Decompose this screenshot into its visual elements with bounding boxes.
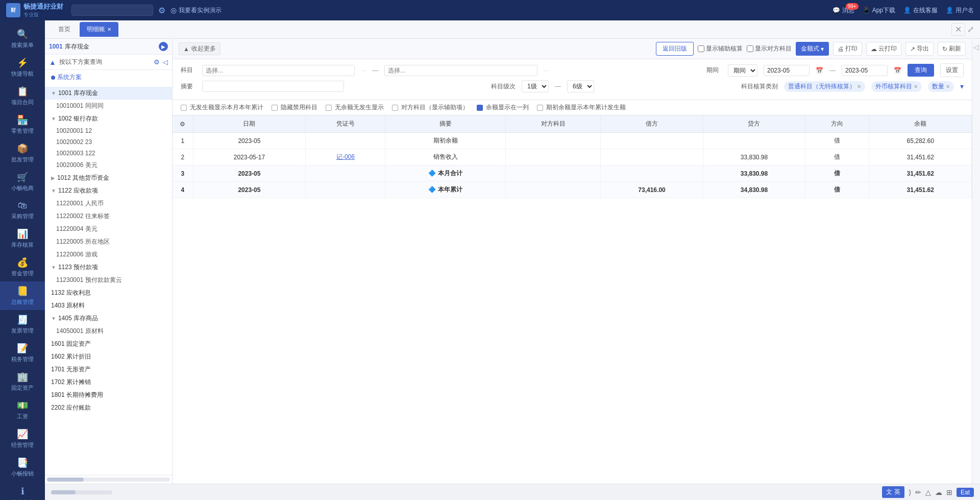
tree-item-1602[interactable]: 1602 累计折旧 [45,350,172,363]
tree-item-1801[interactable]: 1801 长期待摊费用 [45,389,172,401]
tree-item-1405[interactable]: ▼ 1405 库存商品 [45,312,172,325]
sidebar-item-invoice[interactable]: 🧾 发票管理 [0,310,45,339]
export-btn[interactable]: ↗ 导出 [905,42,934,56]
bottom-icon-5[interactable]: ⊞ [946,488,952,496]
tree-item-1132[interactable]: 1132 应收利息 [45,287,172,299]
show-opposite-checkbox[interactable]: 显示对方科目 [747,44,792,53]
bottom-icon-4[interactable]: ☁ [935,488,942,496]
level-start-select[interactable]: 1级 [522,80,549,92]
collapse-right-icon[interactable]: ◁ [973,43,979,51]
expand-panel-btn[interactable]: ⤢ [967,25,974,34]
sidebar-item-ledger[interactable]: 📒 总账管理 [0,281,45,310]
settings-small-icon[interactable]: ⚙ [154,58,160,66]
bottom-icon-2[interactable]: ✏ [915,488,921,496]
summary-input[interactable] [202,81,344,92]
tab-home[interactable]: 首页 [51,22,78,37]
tree-item-1001[interactable]: ▼ 1001 库存现金 [45,87,172,100]
sidebar-item-assets[interactable]: 🏢 固定资产 [0,367,45,396]
tree-item-10010001[interactable]: 10010001 同同同 [45,100,172,112]
subject-input[interactable] [202,65,355,76]
language-btn[interactable]: 文 英 [882,486,904,498]
tag-foreign-close[interactable]: ✕ [914,84,918,89]
notification-btn[interactable]: 💬 消息 99+ [832,6,854,15]
show-aux-calc-checkbox[interactable]: 显示辅助核算 [698,44,743,53]
tag-normal-close[interactable]: ✕ [857,84,861,89]
tree-item-11220001[interactable]: 11220001 人民币 [45,197,172,210]
close-small-icon[interactable]: ◁ [163,58,168,66]
setting-btn[interactable]: 设置 [940,63,964,77]
bottom-icon-1[interactable]: ⟩ [909,488,911,496]
sidebar-item-quick-nav[interactable]: ⚡ 快捷导航 [0,53,45,82]
sidebar-item-tax[interactable]: 📝 税务管理 [0,339,45,367]
period-end-input[interactable] [842,65,888,76]
system-plan-btn[interactable]: 系统方案 [45,70,172,85]
online-service-btn[interactable]: 👤 在线客服 [903,6,938,15]
voucher-link[interactable]: 记-006 [336,153,355,160]
sidebar-item-inventory[interactable]: 📊 库存核算 [0,224,45,253]
horizontal-scroll[interactable] [51,490,112,494]
tree-item-11220002[interactable]: 11220002 往来标签 [45,210,172,223]
cb-balance-one-col[interactable]: 余额显示在一列 [477,103,529,112]
sidebar-item-basic[interactable]: ℹ 基础信息 [0,482,45,500]
bottom-icon-3[interactable]: △ [925,488,931,496]
calendar-start-icon[interactable]: 📅 [816,67,823,74]
tree-item-14050001[interactable]: 14050001 原材料 [45,325,172,338]
tree-item-1701[interactable]: 1701 无形资产 [45,363,172,376]
tree-item-11220004[interactable]: 11220004 美元 [45,223,172,235]
tree-item-11230001[interactable]: 11230001 预付款款黄云 [45,274,172,287]
sidebar-item-operations[interactable]: 📈 经营管理 [0,424,45,453]
app-download-btn[interactable]: 📱 App下载 [863,6,895,15]
subject-end-input[interactable] [384,65,537,76]
cloud-print-btn[interactable]: ☁ 云打印 [866,42,901,56]
demo-link[interactable]: ◎ 我要看实例演示 [170,6,222,15]
refresh-btn[interactable]: ↻ 刷新 [938,42,966,56]
level-end-select[interactable]: 6级 [567,80,594,92]
cb-no-amount[interactable]: 无发生额显示本月本年累计 [181,103,263,112]
cb-initial-balance[interactable]: 期初余额显示本年累计发生额 [537,103,626,112]
calendar-end-icon[interactable]: 📅 [894,67,901,74]
th-gear[interactable]: ⚙ [173,115,193,133]
sidebar-item-project[interactable]: 📋 项目合同 [0,82,45,110]
close-all-tabs-btn[interactable]: ✕ [951,23,965,36]
tree-item-1702[interactable]: 1702 累计摊销 [45,376,172,389]
chevron-down-icon[interactable]: ▾ [960,82,964,90]
tab-close-btn[interactable]: ✕ [107,27,111,32]
sidebar-item-purchase[interactable]: 🛍 采购管理 [0,196,45,224]
period-type-select[interactable]: 期间 [728,64,757,77]
sidebar-item-retail[interactable]: 🏪 零售管理 [0,110,45,139]
tree-item-1123[interactable]: ▼ 1123 预付款项 [45,261,172,274]
cb-hide-disabled[interactable]: 隐藏禁用科目 [272,103,317,112]
sidebar-item-search-menu[interactable]: 🔍 搜索菜单 [0,25,45,53]
cb-opposite-subject[interactable]: 对方科目（显示辅助项） [392,103,469,112]
expand-filter-btn[interactable]: ▲ 收起更多 [179,42,220,55]
top-search-input[interactable] [71,5,153,16]
sidebar-item-ecommerce[interactable]: 🛒 小畅电商 [0,168,45,196]
tree-item-10020006[interactable]: 10020006 美元 [45,159,172,172]
sidebar-item-reports[interactable]: 📑 小畅报销 [0,453,45,482]
tree-item-1403[interactable]: 1403 原材料 [45,299,172,312]
sidebar-item-wholesale[interactable]: 📦 批发管理 [0,139,45,168]
tree-item-11220005[interactable]: 11220005 所在地区 [45,235,172,248]
tab-detail[interactable]: 明细账 ✕ [80,22,118,37]
amount-format-btn[interactable]: 金额式 ▾ [796,42,829,56]
user-avatar[interactable]: 👤 用户名 [946,6,974,15]
gear-icon[interactable]: ⚙ [158,6,165,15]
cb-no-balance[interactable]: 无余额无发生显示 [326,103,384,112]
print-btn[interactable]: 🖨 打印 [833,42,862,56]
nav-next-btn[interactable]: ▶ [159,42,168,51]
tree-item-1601[interactable]: 1601 固定资产 [45,338,172,350]
tree-item-10020002[interactable]: 10020002 23 [45,136,172,148]
tree-item-2202[interactable]: 2202 应付账款 [45,401,172,414]
sidebar-item-capital[interactable]: 💰 资金管理 [0,253,45,281]
tree-item-10020001[interactable]: 10020001 12 [45,125,172,136]
query-btn[interactable]: 查询 [908,64,934,77]
tree-item-11220006[interactable]: 11220006 游戏 [45,248,172,261]
tree-item-1012[interactable]: ▶ 1012 其他货币资金 [45,172,172,184]
sidebar-item-salary[interactable]: 💵 工资 [0,396,45,424]
tree-item-1122[interactable]: ▼ 1122 应收款项 [45,184,172,197]
tree-item-1002[interactable]: ▼ 1002 银行存款 [45,112,172,125]
period-start-input[interactable] [764,65,810,76]
return-old-version-btn[interactable]: 返回旧版 [656,42,694,56]
tree-item-10020003[interactable]: 10020003 122 [45,148,172,159]
tag-quantity-close[interactable]: ✕ [946,84,950,89]
